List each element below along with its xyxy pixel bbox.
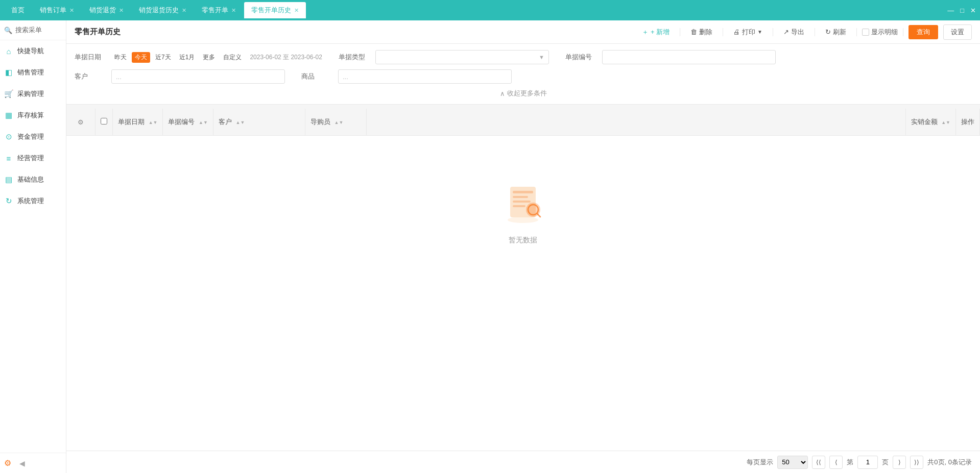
th-customer[interactable]: 客户 ▲▼ (213, 109, 305, 136)
operations-icon: ≡ (4, 154, 13, 163)
sidebar-item-label: 基础信息 (17, 175, 44, 184)
date-shortcuts: 昨天 今天 近7天 近1月 更多 自定义 2023-06-02 至 2023-0… (111, 52, 322, 63)
date-more[interactable]: 更多 (200, 52, 218, 63)
tab-home[interactable]: 首页 (4, 2, 32, 18)
th-amount[interactable]: 实销金额 ▲▼ (905, 109, 955, 136)
date-7days[interactable]: 近7天 (152, 52, 174, 63)
data-table: ⚙ 单据日期 ▲▼ 单据编号 ▲▼ (66, 109, 980, 286)
svg-rect-2 (513, 191, 533, 193)
settings-gear-icon[interactable]: ⚙ (4, 458, 11, 468)
empty-state: 暂无数据 (66, 136, 980, 286)
system-icon: ↻ (4, 196, 13, 206)
delete-button[interactable]: 🗑 删除 (685, 25, 718, 39)
sidebar-item-finance[interactable]: ⊙ 资金管理 (0, 126, 66, 147)
page-total: 共0页, 0条记录 (927, 458, 972, 467)
sort-amount-icon[interactable]: ▲▼ (941, 120, 950, 125)
show-detail-checkbox[interactable] (862, 29, 869, 36)
minimize-btn[interactable]: — (947, 7, 954, 14)
svg-rect-3 (513, 196, 528, 198)
tab-retail-open-history[interactable]: 零售开单历史 ✕ (244, 2, 306, 18)
table-settings-header: ⚙ (66, 109, 95, 136)
date-custom[interactable]: 自定义 (220, 52, 245, 63)
tab-sales-order[interactable]: 销售订单 ✕ (33, 2, 81, 18)
page-first-btn[interactable]: ⟨⟨ (812, 456, 825, 469)
sort-number-icon[interactable]: ▲▼ (199, 120, 208, 125)
date-today[interactable]: 今天 (132, 52, 150, 63)
refresh-button[interactable]: ↻ 刷新 (820, 25, 851, 39)
sidebar-item-inventory[interactable]: ▦ 库存核算 (0, 105, 66, 126)
sort-date-icon[interactable]: ▲▼ (149, 120, 158, 125)
empty-illustration (497, 177, 548, 228)
close-tab-retail-open-history[interactable]: ✕ (294, 7, 299, 14)
main-layout: 🔍 搜索采单 ⌂ 快捷导航 ◧ 销售管理 🛒 采购管理 ▦ 库存核算 ⊙ 资金管… (0, 20, 980, 473)
settings-button[interactable]: 设置 (943, 24, 972, 40)
page-number-input[interactable] (857, 456, 878, 469)
toolbar-divider2 (723, 28, 723, 36)
sort-customer-icon[interactable]: ▲▼ (236, 120, 245, 125)
show-detail-toggle[interactable]: 显示明细 (862, 28, 898, 37)
sidebar-item-basic-info[interactable]: ▤ 基础信息 (0, 169, 66, 190)
tab-retail-open[interactable]: 零售开单 ✕ (195, 2, 243, 18)
sidebar-item-quick-nav[interactable]: ⌂ 快捷导航 (0, 40, 66, 62)
sidebar: 🔍 搜索采单 ⌂ 快捷导航 ◧ 销售管理 🛒 采购管理 ▦ 库存核算 ⊙ 资金管… (0, 20, 66, 473)
goods-input[interactable]: ... (338, 69, 512, 84)
print-button[interactable]: 🖨 打印 ▼ (728, 25, 768, 39)
toolbar-divider6 (903, 28, 903, 36)
close-tab-sales-order[interactable]: ✕ (69, 7, 74, 14)
sales-icon: ◧ (4, 68, 13, 77)
th-salesperson[interactable]: 导购员 ▲▼ (305, 109, 366, 136)
th-date[interactable]: 单据日期 ▲▼ (113, 109, 163, 136)
type-label: 单据类型 (339, 53, 369, 62)
type-select[interactable]: ▼ (375, 50, 549, 64)
add-button[interactable]: ＋ + 新增 (637, 25, 675, 39)
sort-salesperson-icon[interactable]: ▲▼ (334, 120, 344, 125)
close-tab-retail-open[interactable]: ✕ (231, 7, 236, 14)
tab-sales-return[interactable]: 销货退货 ✕ (82, 2, 131, 18)
collapse-label: 收起更多条件 (507, 89, 547, 98)
select-all-checkbox[interactable] (101, 118, 107, 125)
export-icon: ↗ (783, 28, 789, 36)
page-prev-btn[interactable]: ⟨ (829, 456, 843, 469)
type-dropdown-icon: ▼ (539, 54, 544, 60)
date-1month[interactable]: 近1月 (176, 52, 198, 63)
collapse-row: ∧ 收起更多条件 (75, 89, 972, 98)
sidebar-item-label: 系统管理 (17, 196, 44, 206)
date-yesterday[interactable]: 昨天 (111, 52, 130, 63)
customer-input[interactable]: ... (111, 69, 285, 84)
th-number[interactable]: 单据编号 ▲▼ (163, 109, 213, 136)
page-last-btn[interactable]: ⟩⟩ (910, 456, 923, 469)
filter-row-1: 单据日期 昨天 今天 近7天 近1月 更多 自定义 2023-06-02 至 2… (75, 50, 972, 64)
maximize-btn[interactable]: □ (960, 7, 964, 14)
export-button[interactable]: ↗ 导出 (778, 25, 809, 39)
sidebar-search-label: 搜索采单 (15, 26, 42, 35)
tab-sales-return-history[interactable]: 销货退货历史 ✕ (132, 2, 194, 18)
sidebar-item-sales-mgmt[interactable]: ◧ 销售管理 (0, 62, 66, 83)
sidebar-collapse-icon[interactable]: ◀ (19, 459, 25, 467)
close-tab-sales-return[interactable]: ✕ (119, 7, 124, 14)
column-settings-icon[interactable]: ⚙ (71, 113, 90, 131)
sidebar-item-system[interactable]: ↻ 系统管理 (0, 190, 66, 212)
collapse-button[interactable]: ∧ 收起更多条件 (500, 89, 547, 98)
page-next-btn[interactable]: ⟩ (893, 456, 906, 469)
refresh-icon: ↻ (825, 28, 831, 36)
svg-rect-5 (513, 205, 525, 207)
sidebar-search[interactable]: 🔍 搜索采单 (0, 20, 66, 40)
close-btn[interactable]: ✕ (970, 7, 976, 14)
inventory-icon: ▦ (4, 111, 13, 120)
page-label: 第 (847, 458, 853, 467)
sidebar-item-label: 资金管理 (17, 132, 44, 141)
sidebar-item-operations[interactable]: ≡ 经营管理 (0, 147, 66, 169)
pagination: 每页显示 20 50 100 200 ⟨⟨ ⟨ 第 页 ⟩ ⟩⟩ 共0页, 0条… (66, 451, 980, 473)
per-page-select[interactable]: 20 50 100 200 (777, 456, 808, 469)
sidebar-item-label: 经营管理 (17, 154, 44, 163)
toolbar-divider3 (773, 28, 773, 36)
sidebar-item-purchase-mgmt[interactable]: 🛒 采购管理 (0, 83, 66, 105)
customer-label: 客户 (75, 72, 105, 81)
number-input[interactable] (602, 50, 776, 64)
toolbar-divider5 (856, 28, 857, 36)
query-button[interactable]: 查询 (909, 25, 938, 39)
print-icon: 🖨 (733, 28, 740, 36)
svg-rect-4 (513, 201, 531, 203)
basic-info-icon: ▤ (4, 175, 13, 184)
close-tab-sales-return-history[interactable]: ✕ (182, 7, 186, 14)
